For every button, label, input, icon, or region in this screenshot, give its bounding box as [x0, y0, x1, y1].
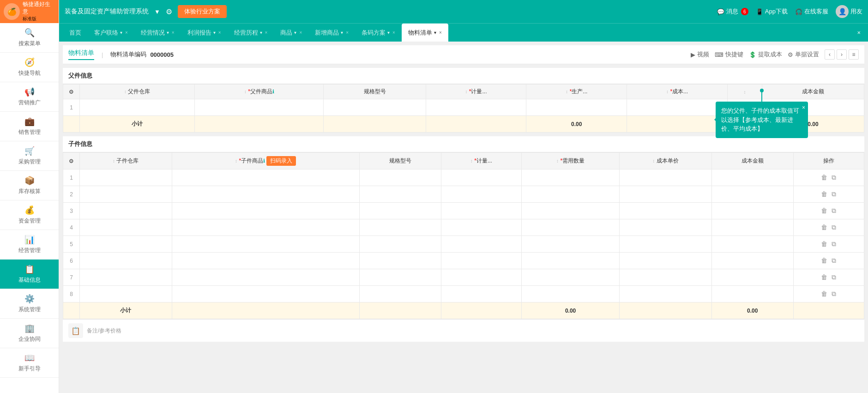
sidebar-item-operations[interactable]: 📊经营管理	[0, 230, 59, 260]
child-qty-cell[interactable]	[441, 236, 521, 253]
child-qty-cell[interactable]	[441, 186, 521, 203]
copy-row-button[interactable]: ⧉	[830, 290, 838, 297]
parent-goods-info-icon[interactable]: ℹ	[272, 89, 274, 94]
sidebar-item-basic-info[interactable]: 📋基础信息	[0, 260, 59, 289]
parent-warehouse-cell[interactable]	[80, 99, 195, 116]
tab-close-bom[interactable]: ×	[439, 30, 442, 35]
child-goods-cell[interactable]	[172, 253, 359, 269]
tab-dropdown-profit[interactable]: ▾	[213, 30, 216, 35]
next-page-button[interactable]: ›	[837, 49, 847, 60]
child-spec-cell[interactable]	[359, 269, 441, 286]
tab-close-goods[interactable]: ×	[299, 30, 302, 35]
child-goods-cell[interactable]	[172, 269, 359, 286]
notes-icon[interactable]: 📋	[68, 323, 83, 338]
tab-close-barcode[interactable]: ×	[392, 30, 395, 35]
child-needed-qty-cell[interactable]	[521, 286, 619, 302]
child-qty-cell[interactable]	[441, 269, 521, 286]
child-unit-cost-cell[interactable]	[620, 203, 712, 219]
tab-dropdown-goods[interactable]: ▾	[294, 30, 296, 35]
close-tab-button[interactable]: ×	[853, 29, 864, 36]
child-warehouse-cell[interactable]	[80, 203, 172, 219]
tab-dropdown-operations[interactable]: ▾	[167, 30, 169, 35]
delete-row-button[interactable]: 🗑	[820, 174, 829, 181]
child-unit-cost-cell[interactable]	[620, 286, 712, 302]
child-needed-qty-cell[interactable]	[521, 236, 619, 253]
child-goods-info-icon[interactable]: ℹ	[263, 158, 265, 163]
sidebar-item-purchase[interactable]: 🛒采购管理	[0, 141, 59, 171]
child-warehouse-cell[interactable]	[80, 169, 172, 186]
child-qty-cell[interactable]	[441, 219, 521, 236]
delete-row-button[interactable]: 🗑	[820, 224, 829, 231]
delete-row-button[interactable]: 🗑	[820, 240, 829, 248]
child-qty-cell[interactable]	[441, 169, 521, 186]
topbar-dropdown-icon[interactable]: ▼	[154, 8, 160, 15]
sidebar-item-search[interactable]: 🔍搜索菜单	[0, 23, 59, 53]
child-needed-qty-cell[interactable]	[521, 186, 619, 203]
tab-bom-list[interactable]: 物料清单	[68, 49, 94, 60]
child-warehouse-cell[interactable]	[80, 269, 172, 286]
prev-page-button[interactable]: ‹	[825, 49, 835, 60]
message-button[interactable]: 💬 消息 6	[717, 7, 748, 16]
sidebar-item-quick-nav[interactable]: 🧭快捷导航	[0, 53, 59, 82]
sidebar-item-guide[interactable]: 📖新手引导	[0, 348, 59, 378]
child-unit-cost-cell[interactable]	[620, 219, 712, 236]
child-unit-cost-cell[interactable]	[620, 236, 712, 253]
parent-goods-cell[interactable]	[195, 99, 324, 116]
copy-row-button[interactable]: ⧉	[830, 224, 838, 231]
copy-row-button[interactable]: ⧉	[830, 273, 838, 281]
video-button[interactable]: ▶ 视频	[691, 50, 709, 59]
nav-tab-bom[interactable]: 物料清单 ▾ ×	[402, 24, 448, 42]
sidebar-item-inventory[interactable]: 📦库存核算	[0, 171, 59, 200]
child-warehouse-cell[interactable]	[80, 286, 172, 302]
child-needed-qty-cell[interactable]	[521, 169, 619, 186]
child-spec-cell[interactable]	[359, 219, 441, 236]
nav-tab-new-goods[interactable]: 新增商品 ▾ ×	[308, 24, 355, 42]
child-needed-qty-cell[interactable]	[521, 253, 619, 269]
online-service-button[interactable]: 🎧 在线客服	[795, 7, 828, 16]
child-spec-cell[interactable]	[359, 186, 441, 203]
child-needed-qty-cell[interactable]	[521, 219, 619, 236]
child-needed-qty-cell[interactable]	[521, 269, 619, 286]
extract-cost-button[interactable]: 💲 提取成本	[749, 50, 782, 59]
child-warehouse-cell[interactable]	[80, 219, 172, 236]
child-unit-cost-cell[interactable]	[620, 186, 712, 203]
child-spec-cell[interactable]	[359, 236, 441, 253]
child-goods-cell[interactable]	[172, 169, 359, 186]
topbar-settings-icon[interactable]: ⚙	[166, 7, 172, 16]
child-warehouse-cell[interactable]	[80, 186, 172, 203]
child-qty-cell[interactable]	[441, 203, 521, 219]
list-view-button[interactable]: ≡	[849, 49, 859, 60]
app-download-button[interactable]: 📱 App下载	[756, 7, 788, 16]
tab-close-customers[interactable]: ×	[125, 30, 128, 35]
delete-row-button[interactable]: 🗑	[820, 290, 829, 297]
scan-input-button[interactable]: 扫码录入	[266, 156, 296, 166]
tab-dropdown-barcode[interactable]: ▾	[387, 30, 390, 35]
copy-row-button[interactable]: ⧉	[830, 190, 838, 198]
child-qty-cell[interactable]	[441, 253, 521, 269]
child-unit-cost-cell[interactable]	[620, 269, 712, 286]
nav-tab-operations[interactable]: 经营情况 ▾ ×	[134, 24, 181, 42]
shortcut-button[interactable]: ⌨ 快捷键	[715, 50, 743, 59]
tab-close-new-goods[interactable]: ×	[346, 30, 349, 35]
sidebar-item-sales[interactable]: 💼销售管理	[0, 112, 59, 141]
nav-tab-goods[interactable]: 商品 ▾ ×	[274, 24, 308, 42]
delete-row-button[interactable]: 🗑	[820, 273, 829, 281]
tab-dropdown-history[interactable]: ▾	[260, 30, 262, 35]
parent-col-settings[interactable]: ⚙	[63, 85, 80, 99]
tab-close-profit[interactable]: ×	[218, 30, 221, 35]
tab-dropdown-new-goods[interactable]: ▾	[341, 30, 343, 35]
child-needed-qty-cell[interactable]	[521, 203, 619, 219]
sidebar-item-finance[interactable]: 💰资金管理	[0, 200, 59, 230]
tab-dropdown-customers[interactable]: ▾	[120, 30, 122, 35]
child-spec-cell[interactable]	[359, 169, 441, 186]
user-menu[interactable]: 👤 用友	[836, 5, 862, 18]
parent-produce-cell[interactable]	[526, 99, 627, 116]
child-warehouse-cell[interactable]	[80, 236, 172, 253]
single-settings-button[interactable]: ⚙ 单据设置	[788, 50, 819, 59]
parent-cost-cell[interactable]	[627, 99, 728, 116]
child-spec-cell[interactable]	[359, 286, 441, 302]
nav-tab-profit[interactable]: 利润报告 ▾ ×	[181, 24, 228, 42]
trial-button[interactable]: 体验行业方案	[178, 5, 227, 18]
child-goods-cell[interactable]	[172, 203, 359, 219]
child-goods-cell[interactable]	[172, 186, 359, 203]
